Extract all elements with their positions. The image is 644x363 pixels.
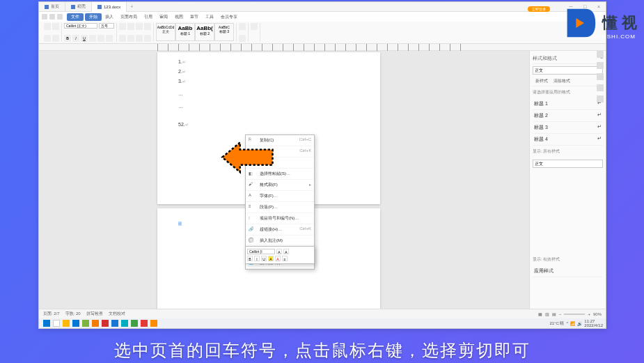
font-select[interactable]: [64, 23, 97, 29]
menu-start[interactable]: 开始: [85, 13, 102, 21]
ctx-paste[interactable]: 📋粘贴: [246, 157, 314, 169]
align-justify-button[interactable]: [144, 23, 151, 30]
menu-insert[interactable]: 插入: [102, 14, 117, 20]
ts-nav-icon[interactable]: [597, 62, 604, 69]
mini-bold-button[interactable]: B: [247, 256, 253, 261]
ctx-font[interactable]: A字体(F)…: [246, 191, 314, 202]
menu-tools[interactable]: 工具: [202, 14, 217, 20]
start-icon[interactable]: [43, 320, 50, 327]
menu-references[interactable]: 引用: [141, 14, 156, 20]
search-icon[interactable]: [53, 320, 60, 327]
explorer-icon[interactable]: [63, 320, 70, 327]
style-item-h1[interactable]: 标题 1↵: [533, 98, 603, 110]
highlight-button[interactable]: [97, 35, 104, 42]
ts-settings-icon[interactable]: [597, 95, 604, 102]
align-center-button[interactable]: [127, 23, 134, 30]
ctx-cut[interactable]: ✂剪切(T)Ctrl+X: [246, 146, 314, 157]
menu-membership[interactable]: 会员专享: [217, 14, 241, 20]
align-right-button[interactable]: [136, 23, 143, 30]
ctx-format[interactable]: 🖌格式刷(F)▸: [246, 180, 314, 191]
show-select[interactable]: [533, 160, 603, 168]
mini-underline-button[interactable]: U: [261, 256, 267, 261]
status-lang[interactable]: 文档校对: [109, 311, 125, 317]
mini-fontcolor-button[interactable]: A: [275, 256, 281, 261]
tray-wifi-icon[interactable]: 📶: [570, 321, 575, 326]
ctx-hyperlink[interactable]: 🔗超链接(H)…Ctrl+K: [246, 224, 314, 235]
ctx-para[interactable]: ≡段落(P)…: [246, 202, 314, 213]
tab-home[interactable]: 首页: [39, 2, 65, 12]
tray-weather[interactable]: 21°C 晴: [549, 320, 564, 327]
status-spell[interactable]: 拼写检查: [86, 311, 103, 317]
app3-icon[interactable]: [102, 320, 109, 327]
zoom-value[interactable]: 90%: [593, 312, 602, 316]
strike-button[interactable]: [89, 35, 96, 42]
menu-pagelayout[interactable]: 页面布局: [117, 14, 141, 20]
outdent-button[interactable]: [144, 35, 151, 42]
ctx-selpaste[interactable]: ◧选择性粘贴(S)…: [246, 169, 314, 180]
mini-italic-button[interactable]: I: [254, 256, 260, 261]
mini-highlight-button[interactable]: A: [268, 256, 274, 261]
align-left-button[interactable]: [119, 23, 126, 30]
ts-comment-icon[interactable]: [597, 84, 604, 91]
tab-document[interactable]: 123.docx: [92, 2, 127, 12]
tray-volume-icon[interactable]: 🔊: [577, 321, 582, 326]
ts-outline-icon[interactable]: [597, 73, 604, 80]
menu-view[interactable]: 视图: [171, 14, 187, 20]
copy-button[interactable]: [44, 35, 51, 42]
undo-icon[interactable]: [49, 14, 55, 20]
app7-icon[interactable]: [141, 320, 148, 327]
view-print-icon[interactable]: ▦: [538, 311, 542, 316]
bold-button[interactable]: B: [64, 35, 71, 42]
style-h1[interactable]: AaBb标题 1: [175, 23, 195, 41]
newstyle-button[interactable]: 新样式: [533, 77, 551, 86]
ctx-comment[interactable]: 💬插入批注(M): [246, 235, 314, 247]
paste-button[interactable]: [44, 23, 51, 30]
style-item-h4[interactable]: 标题 4↵: [533, 134, 603, 146]
view-read-icon[interactable]: ▥: [545, 311, 549, 316]
menu-section[interactable]: 章节: [187, 14, 202, 20]
size-select[interactable]: [99, 23, 114, 29]
tray-up-icon[interactable]: ^: [566, 321, 568, 325]
find-button[interactable]: [239, 23, 246, 30]
bullets-button[interactable]: [119, 35, 126, 42]
underline-button[interactable]: U: [81, 35, 88, 42]
vip-badge[interactable]: 立即登录: [528, 6, 550, 12]
fontcolor-button[interactable]: [106, 35, 113, 42]
menu-review[interactable]: 审阅: [156, 14, 171, 20]
mini-bullets-button[interactable]: ≡: [282, 256, 288, 261]
apply-style[interactable]: 应用样式: [533, 265, 603, 277]
app1-icon[interactable]: [82, 320, 89, 327]
style-h2[interactable]: AaBb(标题 2: [195, 23, 214, 41]
tab-template[interactable]: 稻壳: [65, 2, 92, 12]
app4-icon[interactable]: [111, 320, 118, 327]
replace-button[interactable]: [239, 35, 246, 42]
clearformat-button[interactable]: 清除格式: [551, 77, 573, 86]
zoom-in-button[interactable]: +: [588, 312, 590, 316]
zoom-out-button[interactable]: −: [559, 312, 562, 316]
new-tab-button[interactable]: +: [127, 4, 136, 9]
indent-button[interactable]: [136, 35, 143, 42]
style-h3[interactable]: AaBbC标题 3: [214, 23, 234, 41]
app2-icon[interactable]: [92, 320, 99, 327]
mini-shrink-icon[interactable]: A: [283, 249, 289, 254]
mini-grow-icon[interactable]: A: [276, 249, 282, 254]
view-web-icon[interactable]: ▤: [552, 311, 556, 316]
tray-time[interactable]: 11:272022/4/12: [584, 319, 603, 327]
style-item-h3[interactable]: 标题 3↵: [533, 122, 603, 134]
formatpainter-button[interactable]: [52, 35, 59, 42]
ctx-copy[interactable]: ⎘复制(C)Ctrl+C: [246, 135, 314, 146]
app5-icon[interactable]: [121, 320, 128, 327]
ts-select-icon[interactable]: [597, 51, 604, 58]
app6-icon[interactable]: [131, 320, 138, 327]
current-style-input[interactable]: [533, 66, 603, 75]
cut-button[interactable]: [52, 23, 59, 30]
mini-font-select[interactable]: [247, 249, 275, 254]
menu-file[interactable]: 文件: [67, 13, 84, 21]
redo-icon[interactable]: [57, 14, 63, 20]
italic-button[interactable]: I: [72, 35, 79, 42]
style-normal[interactable]: AaBbCcDd正文: [156, 23, 175, 41]
select-button[interactable]: [251, 23, 258, 30]
ctx-bullets[interactable]: ⁝项目符号和编号(N)…: [246, 213, 314, 224]
edge-icon[interactable]: [72, 320, 79, 327]
wps-icon[interactable]: [150, 320, 157, 327]
